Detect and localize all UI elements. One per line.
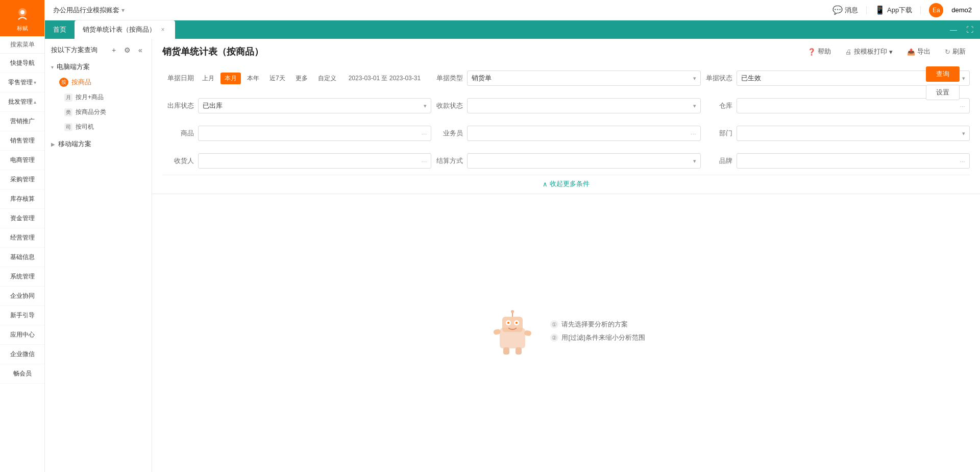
warehouse-more-icon[interactable]: ··· bbox=[960, 102, 965, 110]
topbar-divider bbox=[866, 6, 867, 14]
sidebar-item-member[interactable]: 畅会员 bbox=[0, 364, 44, 384]
tab-home[interactable]: 首页 bbox=[45, 20, 75, 39]
sidebar-item-system[interactable]: 系统管理 bbox=[0, 267, 44, 287]
date-tab-more[interactable]: 更多 bbox=[291, 73, 312, 84]
brand-more-icon[interactable]: ··· bbox=[960, 157, 965, 165]
sidebar-item-sales[interactable]: 销售管理 bbox=[0, 131, 44, 151]
tab-close-icon[interactable]: × bbox=[159, 26, 167, 34]
message-btn[interactable]: 💬 消息 bbox=[832, 5, 858, 15]
logo-text: 标赋 bbox=[17, 25, 28, 32]
page-header-actions: ❓ 帮助 🖨 按模板打印 ▾ 📤 导出 ↻ bbox=[803, 45, 970, 58]
payment-field[interactable]: ▾ bbox=[467, 153, 700, 169]
filter-consignee: 收货人 ··· bbox=[162, 149, 431, 173]
salesperson-field[interactable]: ··· bbox=[467, 126, 700, 141]
tree-group-mobile-header[interactable]: ▶ 移动端方案 bbox=[45, 136, 152, 152]
sidebar-item-guide[interactable]: 新手引导 bbox=[0, 306, 44, 325]
sidebar-item-purchase[interactable]: 采购管理 bbox=[0, 170, 44, 190]
maximize-btn[interactable]: ⛶ bbox=[964, 23, 976, 36]
sidebar-item-quick-nav[interactable]: 快捷导航 bbox=[0, 54, 44, 73]
tree-item-by-product[interactable]: 按 按商品 bbox=[45, 75, 152, 90]
query-button[interactable]: 查询 bbox=[926, 66, 960, 82]
refresh-icon: ↻ bbox=[945, 48, 950, 56]
svg-point-7 bbox=[507, 322, 509, 324]
main-area: 办公用品行业模拟账套 ▾ 💬 消息 📱 App下载 Ea demo2 首页 bbox=[45, 0, 980, 472]
brand-field[interactable]: ··· bbox=[737, 153, 970, 169]
topbar-divider2 bbox=[920, 6, 921, 14]
date-tab-this-month[interactable]: 本月 bbox=[220, 73, 241, 84]
minimize-btn[interactable]: — bbox=[947, 23, 960, 36]
receipt-status-field[interactable]: ▾ bbox=[467, 98, 700, 113]
left-panel: 按以下方案查询 + ⚙ « ▾ 电脑端方案 按 按商品 月 bbox=[45, 39, 152, 472]
tab-sales-stats[interactable]: 销货单统计表（按商品） × bbox=[75, 20, 175, 39]
setting-button[interactable]: 设置 bbox=[926, 85, 960, 100]
sidebar-item-apps[interactable]: 应用中心 bbox=[0, 325, 44, 345]
dept-field[interactable]: ▾ bbox=[737, 126, 970, 141]
consignee-more-icon[interactable]: ··· bbox=[421, 157, 427, 165]
doc-type-field[interactable]: 销货单 ▾ bbox=[467, 70, 700, 86]
sidebar-item-wholesale[interactable]: 批发管理 ▴ bbox=[0, 92, 44, 112]
empty-state: ① 请先选择要分析的方案 ② 用[过滤]条件来缩小分析范围 bbox=[152, 194, 980, 472]
filter-date: 单据日期 上月 本月 本年 近7天 更多 自定义 20 bbox=[162, 66, 431, 90]
help-btn[interactable]: ❓ 帮助 bbox=[803, 45, 835, 58]
date-tab-custom[interactable]: 自定义 bbox=[314, 73, 340, 84]
date-filter: 上月 本月 本年 近7天 更多 自定义 2023-03-01 至 2023-03… bbox=[198, 73, 431, 84]
export-btn[interactable]: 📤 导出 bbox=[903, 45, 935, 58]
tree-group-desktop-header[interactable]: ▾ 电脑端方案 bbox=[45, 59, 152, 75]
tree-item-by-month-product[interactable]: 月 按月+商品 bbox=[45, 90, 152, 105]
app-download-btn[interactable]: 📱 App下载 bbox=[875, 5, 912, 15]
svg-point-10 bbox=[511, 310, 514, 313]
tree-item-by-category[interactable]: 类 按商品分类 bbox=[45, 105, 152, 120]
warehouse-label: 仓库 bbox=[701, 101, 737, 110]
print-dropdown-icon: ▾ bbox=[889, 48, 893, 56]
receipt-status-label: 收款状态 bbox=[431, 101, 467, 110]
doc-status-label: 单据状态 bbox=[701, 74, 737, 83]
search-menu[interactable]: 搜索菜单 bbox=[0, 36, 44, 54]
receipt-status-dropdown-icon: ▾ bbox=[693, 103, 696, 109]
sidebar-item-enterprise[interactable]: 企业协同 bbox=[0, 287, 44, 306]
tabbar: 首页 销货单统计表（按商品） × — ⛶ bbox=[45, 20, 980, 39]
brand-label: 品牌 bbox=[701, 156, 737, 166]
sidebar-item-operations[interactable]: 经营管理 bbox=[0, 228, 44, 248]
filter-dept: 部门 ▾ bbox=[701, 122, 970, 145]
template-print-btn[interactable]: 🖨 按模板打印 ▾ bbox=[841, 45, 897, 58]
filter-receipt-status: 收款状态 ▾ bbox=[431, 94, 700, 117]
sidebar-item-ecommerce[interactable]: 电商管理 bbox=[0, 151, 44, 170]
refresh-btn[interactable]: ↻ 刷新 bbox=[941, 45, 970, 58]
avatar[interactable]: Ea bbox=[929, 3, 943, 17]
sidebar-item-marketing[interactable]: 营销推广 bbox=[0, 112, 44, 131]
sidebar-item-wechat[interactable]: 企业微信 bbox=[0, 345, 44, 364]
sidebar-item-basic[interactable]: 基础信息 bbox=[0, 248, 44, 267]
topbar-actions: 💬 消息 📱 App下载 Ea demo2 bbox=[832, 3, 972, 17]
username-label: demo2 bbox=[951, 6, 972, 14]
date-tab-7days[interactable]: 近7天 bbox=[265, 73, 289, 84]
goods-field[interactable]: ··· bbox=[198, 126, 431, 141]
collapse-up-icon: ∧ bbox=[543, 180, 548, 188]
settings-scheme-btn[interactable]: ⚙ bbox=[122, 45, 132, 55]
print-icon: 🖨 bbox=[845, 48, 852, 56]
sidebar-item-inventory[interactable]: 库存核算 bbox=[0, 190, 44, 209]
payment-dropdown-icon: ▾ bbox=[693, 158, 696, 164]
mobile-expand-icon: ▶ bbox=[51, 141, 55, 147]
filter-salesperson: 业务员 ··· bbox=[431, 122, 700, 145]
sidebar-item-finance[interactable]: 资金管理 bbox=[0, 209, 44, 228]
collapse-panel-btn[interactable]: « bbox=[135, 45, 145, 55]
add-scheme-btn[interactable]: + bbox=[109, 45, 119, 55]
salesperson-more-icon[interactable]: ··· bbox=[691, 130, 696, 137]
filter-payment: 结算方式 ▾ bbox=[431, 149, 700, 173]
empty-illustration bbox=[487, 308, 538, 359]
warehouse-field[interactable]: ··· bbox=[737, 98, 970, 113]
tree-item-by-printer[interactable]: 司 按司机 bbox=[45, 120, 152, 134]
export-icon: 📤 bbox=[907, 48, 915, 56]
maximize-icon: ⛶ bbox=[966, 26, 973, 34]
tip2-num: ② bbox=[550, 334, 558, 342]
date-tab-last-month[interactable]: 上月 bbox=[198, 73, 218, 84]
collapse-filter-btn[interactable]: ∧ 收起更多条件 bbox=[162, 175, 970, 194]
date-tab-this-year[interactable]: 本年 bbox=[243, 73, 263, 84]
goods-more-icon[interactable]: ··· bbox=[421, 130, 427, 137]
wholesale-arrow-icon: ▴ bbox=[34, 99, 36, 105]
filter-brand: 品牌 ··· bbox=[701, 149, 970, 173]
out-status-field[interactable]: 已出库 ▾ bbox=[198, 98, 431, 113]
left-panel-header: 按以下方案查询 + ⚙ « bbox=[45, 45, 152, 59]
consignee-field[interactable]: ··· bbox=[198, 153, 431, 169]
sidebar-item-retail[interactable]: 零售管理 ▾ bbox=[0, 73, 44, 92]
